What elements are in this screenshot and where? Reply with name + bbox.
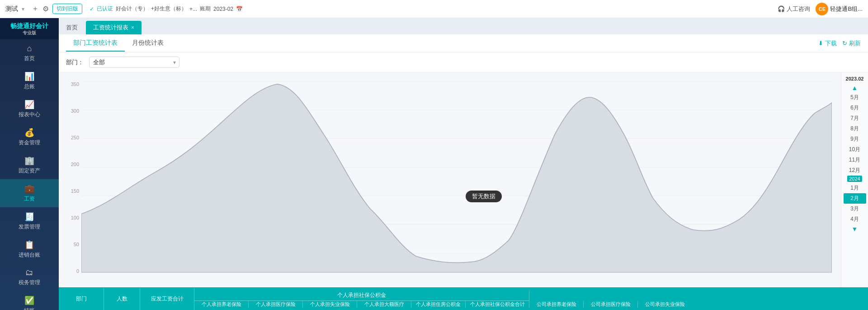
dropdown-arrow-icon[interactable]: ▾ xyxy=(22,6,24,12)
th-salary-total: 应发工资合计 xyxy=(140,288,194,310)
sidebar-label-salary: 工资 xyxy=(24,195,35,203)
th-dept-label: 部门 xyxy=(76,295,87,303)
sidebar-label-assets: 固定资产 xyxy=(19,167,40,175)
checkout-icon: ✅ xyxy=(24,296,34,305)
customer-service-btn[interactable]: 🎧 人工咨询 xyxy=(778,5,810,13)
sidebar-label-home: 首页 xyxy=(24,55,35,62)
scroll-up-btn[interactable]: ▲ xyxy=(852,83,858,92)
sidebar-item-assets[interactable]: 🏢 固定资产 xyxy=(0,151,59,179)
sub-tab-actions: ⬇ 下载 ↻ 刷新 xyxy=(818,39,861,48)
tab-home[interactable]: 首页 xyxy=(59,21,85,34)
sales-icon: 📋 xyxy=(24,240,34,250)
th-salary-total-label: 应发工资合计 xyxy=(151,295,184,303)
logo-text: 畅捷通好会计 专业版 xyxy=(10,22,48,36)
month-item-7[interactable]: 7月 xyxy=(844,113,866,124)
tab-home-label: 首页 xyxy=(66,24,78,32)
logo-title: 畅捷通好会计 xyxy=(10,22,48,30)
user-avatar-area[interactable]: CE 轻捷通B组... xyxy=(816,3,863,15)
download-icon: ⬇ xyxy=(818,40,823,47)
invoice-icon: 🧾 xyxy=(24,212,34,222)
y-label-350: 350 xyxy=(63,81,79,87)
chart-section: 0 50 100 150 200 250 300 350 xyxy=(59,72,868,287)
sidebar-item-invoice[interactable]: 🧾 发票管理 xyxy=(0,207,59,235)
dept-filter-label: 部门： xyxy=(66,58,84,67)
sub-tabs: 部门工资统计表 月份统计表 xyxy=(66,35,171,52)
sidebar-label-funds: 资金管理 xyxy=(19,139,40,147)
sidebar-item-ledger[interactable]: 📊 总账 xyxy=(0,67,59,95)
home-icon: ⌂ xyxy=(27,44,32,53)
dept-tab-label: 部门工资统计表 xyxy=(73,39,118,46)
month-item-5[interactable]: 5月 xyxy=(844,92,866,103)
avatar: CE xyxy=(816,3,828,15)
month-item-3[interactable]: 3月 xyxy=(844,204,866,214)
sidebar-item-home[interactable]: ⌂ 首页 xyxy=(0,39,59,67)
certified-label: 已认证 xyxy=(97,5,113,13)
month-item-11[interactable]: 11月 xyxy=(844,155,866,165)
month-item-9[interactable]: 9月 xyxy=(844,134,866,144)
tax-icon: 🗂 xyxy=(25,268,33,277)
year-label-2023: 2023.02 xyxy=(846,76,864,81)
th-count-label: 人数 xyxy=(117,295,127,303)
ledger-icon: 📊 xyxy=(24,72,34,81)
refresh-label: 刷新 xyxy=(849,39,861,48)
th-personal-housing: 个人承担住房公积金 xyxy=(411,301,466,308)
sidebar-item-salary[interactable]: 💼 工资 xyxy=(0,179,59,207)
y-label-100: 100 xyxy=(63,215,79,220)
th-personal-medical: 个人承担医疗保险 xyxy=(249,301,303,308)
sidebar: 畅捷通好会计 专业版 ⌂ 首页 📊 总账 📈 报表中心 💰 资金管理 🏢 固定资… xyxy=(0,18,59,310)
th-personal-major-medical: 个人承担大额医疗 xyxy=(357,301,411,308)
year-badge-2024: 2024 xyxy=(847,176,862,182)
calendar-icon[interactable]: 📅 xyxy=(236,6,243,12)
user-name: 轻捷通B组... xyxy=(830,5,863,13)
y-label-250: 250 xyxy=(63,135,79,140)
header-tags: ✓ 已认证 好会计（专） +好生意（标） +... 账期 2023-02 📅 xyxy=(90,5,243,13)
month-item-1[interactable]: 1月 xyxy=(844,183,866,193)
plus-icon[interactable]: ＋ xyxy=(32,4,39,14)
sidebar-item-funds[interactable]: 💰 资金管理 xyxy=(0,123,59,151)
sidebar-item-reports[interactable]: 📈 报表中心 xyxy=(0,95,59,123)
table-header: 部门 人数 应发工资合计 个人承担社保公积金 个人承担养老保险 个人承担医疗保险… xyxy=(59,287,868,310)
th-personal-pension: 个人承担养老保险 xyxy=(194,301,249,308)
th-company-pension: 公司承担养老保险 xyxy=(529,301,584,308)
content-area: 首页 工资统计报表 × 部门工资统计表 月份统计表 ⬇ 下载 xyxy=(59,18,868,310)
tab-month-salary[interactable]: 月份统计表 xyxy=(125,35,171,52)
logo-sub: 专业版 xyxy=(23,30,36,36)
refresh-icon: ↻ xyxy=(842,40,847,47)
tab-close-icon[interactable]: × xyxy=(131,24,134,31)
sidebar-item-checkout[interactable]: ✅ 结账 xyxy=(0,291,59,310)
download-btn[interactable]: ⬇ 下载 xyxy=(818,39,837,48)
month-item-8[interactable]: 8月 xyxy=(844,124,866,134)
month-item-10[interactable]: 10月 xyxy=(844,144,866,155)
sub-tab-bar: 部门工资统计表 月份统计表 ⬇ 下载 ↻ 刷新 xyxy=(59,34,868,52)
month-item-2[interactable]: 2月 xyxy=(844,193,866,204)
tab-salary-label: 工资统计报表 xyxy=(93,24,128,32)
tooltip-text: 暂无数据 xyxy=(472,193,495,200)
tag-period: 账期 xyxy=(200,5,211,13)
tag-haohuiji: 好会计（专） xyxy=(116,5,148,13)
switch-old-btn[interactable]: 切到旧版 xyxy=(52,4,82,14)
sidebar-item-tax[interactable]: 🗂 税务管理 xyxy=(0,263,59,291)
refresh-btn[interactable]: ↻ 刷新 xyxy=(842,39,861,48)
funds-icon: 💰 xyxy=(24,128,34,138)
y-label-0: 0 xyxy=(63,268,79,274)
sidebar-item-sales[interactable]: 📋 进销台账 xyxy=(0,235,59,263)
header-left: 测试 ▾ ＋ ⚙ 切到旧版 ✓ 已认证 好会计（专） +好生意（标） +... … xyxy=(5,4,778,14)
settings-icon[interactable]: ⚙ xyxy=(42,5,49,13)
sidebar-label-checkout: 结账 xyxy=(24,307,35,310)
th-personal-total: 个人承担社保公积金合计 xyxy=(466,301,529,308)
y-label-300: 300 xyxy=(63,108,79,114)
tab-dept-salary[interactable]: 部门工资统计表 xyxy=(66,35,125,52)
th-count: 人数 xyxy=(104,288,140,310)
tag-more: +... xyxy=(189,6,197,12)
month-item-4[interactable]: 4月 xyxy=(844,214,866,224)
tag-date: 2023-02 xyxy=(213,6,233,12)
month-item-6[interactable]: 6月 xyxy=(844,103,866,113)
month-item-12[interactable]: 12月 xyxy=(844,165,866,176)
scroll-down-btn[interactable]: ▼ xyxy=(852,224,858,234)
avatar-initials: CE xyxy=(819,6,826,12)
tab-salary[interactable]: 工资统计报表 × xyxy=(86,21,142,34)
dept-select[interactable]: 全部 销售部 研发部 财务部 行政部 xyxy=(89,57,179,68)
test-label: 测试 xyxy=(5,5,18,13)
header-right: 🎧 人工咨询 CE 轻捷通B组... xyxy=(778,3,863,15)
chart-tooltip: 暂无数据 xyxy=(466,191,502,202)
